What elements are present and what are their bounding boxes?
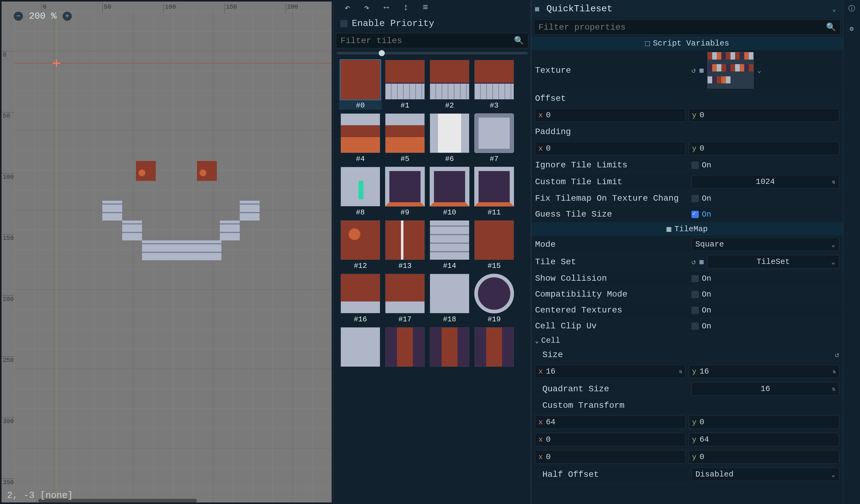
tile-9[interactable]: #9 (384, 167, 426, 217)
search-icon[interactable]: 🔍 (514, 36, 524, 45)
tile-16[interactable]: #16 (339, 274, 382, 323)
ignore-limits-checkbox[interactable] (691, 162, 699, 169)
tilemap-section-header: ▦ TileMap (531, 222, 843, 236)
tile-15[interactable]: #15 (473, 220, 516, 270)
tile-14[interactable]: #14 (428, 220, 471, 270)
tile-5[interactable]: #5 (384, 113, 426, 163)
reset-texture-icon[interactable]: ↺ (691, 66, 696, 75)
viewport-canvas[interactable]: 0 50 100 150 200 0 50 100 150 200 250 30… (1, 1, 332, 503)
clear-transform-icon[interactable]: ≡ (420, 2, 431, 13)
placed-tile[interactable] (102, 201, 122, 220)
placed-tile[interactable] (142, 240, 162, 260)
half-offset-dropdown[interactable]: Disabled⌄ (691, 467, 839, 481)
filter-tiles-field[interactable] (341, 36, 514, 45)
tile-11[interactable]: #11 (473, 167, 516, 217)
texture-dropdown-icon[interactable]: ⌄ (757, 66, 761, 74)
ruler-tick: 200 (1, 296, 14, 303)
placed-tile[interactable] (202, 240, 221, 260)
custom-transform-label-row: Custom Transform (531, 398, 843, 414)
tile-partial[interactable] (384, 327, 426, 367)
offset-y-input[interactable]: y0 (689, 109, 839, 122)
tile-2[interactable]: #2 (428, 60, 471, 110)
tile-18[interactable]: #18 (428, 274, 471, 323)
grid-surface[interactable] (14, 11, 332, 503)
tile-3[interactable]: #3 (473, 60, 516, 110)
show-collision-checkbox[interactable] (691, 275, 699, 282)
tile-13[interactable]: #13 (384, 220, 426, 270)
mode-dropdown[interactable]: Square⌄ (691, 237, 839, 251)
tile-1[interactable]: #1 (384, 60, 426, 110)
custom-limit-input[interactable]: 1024⇅ (691, 175, 839, 188)
tile-4[interactable]: #4 (339, 113, 382, 163)
flip-v-icon[interactable]: ↕ (401, 2, 411, 13)
search-icon[interactable]: 🔍 (826, 22, 836, 32)
xform-11-input[interactable]: y64 (689, 433, 839, 446)
enable-priority-row[interactable]: Enable Priority (333, 15, 531, 32)
spinner-icon[interactable]: ⇅ (832, 178, 835, 185)
padding-x-input[interactable]: x0 (535, 142, 686, 155)
placed-tile[interactable] (122, 220, 142, 240)
texture-thumbnail[interactable] (707, 52, 754, 89)
spinner-icon[interactable]: ⇅ (679, 368, 682, 375)
rotate-right-icon[interactable]: ↷ (362, 2, 372, 13)
tile-grid: #0 #1 #2 #3 #4 #5 #6 #7 #8 #9 #10 #11 #1… (333, 57, 531, 504)
placed-tile[interactable] (162, 240, 182, 260)
tile-partial[interactable] (473, 327, 516, 367)
tile-0[interactable]: #0 (339, 60, 382, 110)
xform-10-input[interactable]: x0 (535, 433, 686, 446)
size-x-input[interactable]: x16⇅ (535, 365, 686, 378)
placed-tile[interactable] (197, 161, 217, 181)
rotate-left-icon[interactable]: ↶ (342, 2, 353, 13)
spinner-icon[interactable]: ⇅ (832, 386, 835, 392)
custom-limit-row: Custom Tile Limit 1024⇅ (531, 173, 843, 191)
tile-10[interactable]: #10 (428, 167, 471, 217)
tile-toolbar: ↶ ↷ ↔ ↕ ≡ (333, 0, 531, 15)
reset-size-icon[interactable]: ↺ (835, 350, 839, 359)
xform-21-input[interactable]: y0 (689, 450, 839, 464)
reset-tileset-icon[interactable]: ↺ (691, 258, 696, 267)
tile-6[interactable]: #6 (428, 113, 471, 163)
guess-size-checkbox[interactable] (691, 211, 699, 218)
xform-00-input[interactable]: x64 (535, 415, 686, 429)
xform-row-2: x0 y0 (531, 448, 843, 466)
filter-properties-input[interactable]: 🔍 (534, 19, 841, 35)
compat-checkbox[interactable] (691, 291, 699, 298)
filter-properties-field[interactable] (539, 23, 826, 32)
fix-texture-change-row: Fix Tilemap On Texture Chang On (531, 191, 843, 206)
doc-link-icon[interactable]: ⓘ (846, 2, 858, 15)
slider-handle[interactable] (379, 50, 385, 56)
tile-8[interactable]: #8 (339, 167, 382, 217)
clip-uv-checkbox[interactable] (691, 322, 699, 330)
placed-tile[interactable] (240, 201, 260, 220)
offset-x-input[interactable]: x0 (535, 109, 686, 122)
zoom-out-button[interactable]: − (14, 12, 23, 21)
padding-y-input[interactable]: y0 (689, 142, 839, 155)
placed-tile[interactable] (220, 220, 240, 240)
size-y-input[interactable]: y16⇅ (689, 365, 839, 378)
node-name-dropdown[interactable]: QuickTileset ⌄ (543, 2, 839, 15)
spinner-icon[interactable]: ⇅ (832, 368, 836, 375)
xform-20-input[interactable]: x0 (535, 450, 686, 464)
enable-priority-checkbox[interactable] (340, 20, 347, 27)
settings-icon[interactable]: ⚙ (846, 23, 858, 35)
tile-partial[interactable] (339, 327, 382, 367)
inspector-side-toolbar: ⓘ ⚙ (843, 0, 860, 504)
tileset-dropdown[interactable]: TileSet⌄ (707, 255, 839, 269)
zoom-level-label: 200 % (29, 11, 57, 21)
tile-7[interactable]: #7 (473, 113, 516, 163)
zoom-in-button[interactable]: + (62, 12, 72, 21)
centered-checkbox[interactable] (691, 307, 699, 314)
tile-17[interactable]: #17 (384, 274, 426, 323)
tile-19[interactable]: #19 (473, 274, 516, 323)
placed-tile[interactable] (136, 161, 156, 181)
tile-scale-slider[interactable] (336, 52, 528, 54)
xform-01-input[interactable]: y0 (689, 415, 839, 429)
flip-h-icon[interactable]: ↔ (381, 2, 391, 13)
filter-tiles-input[interactable]: 🔍 (336, 33, 528, 48)
tile-partial[interactable] (428, 327, 471, 367)
tile-12[interactable]: #12 (339, 220, 382, 270)
placed-tile[interactable] (182, 240, 202, 260)
quadrant-input[interactable]: 16⇅ (691, 382, 839, 395)
fix-texture-checkbox[interactable] (691, 195, 699, 202)
cell-foldout[interactable]: ⌄Cell (531, 334, 843, 347)
